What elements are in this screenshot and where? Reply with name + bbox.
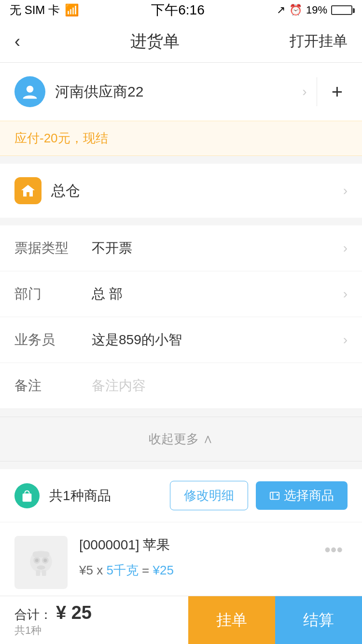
remark-value[interactable]: 备注内容 — [82, 377, 348, 395]
footer: 合计： ¥ 25 共1种 挂单 结算 — [0, 596, 362, 644]
page-title: 进货单 — [130, 30, 180, 53]
total-price: ¥25 — [153, 563, 173, 577]
checkout-button[interactable]: 结算 — [275, 596, 362, 644]
svg-marker-1 — [21, 185, 35, 196]
salesperson-row[interactable]: 业务员 这是859的小智 › — [0, 317, 362, 363]
product-icon — [14, 483, 40, 508]
svg-rect-15 — [42, 570, 46, 576]
add-supplier-button[interactable]: + — [327, 81, 348, 103]
vertical-divider — [317, 77, 317, 106]
open-hang-button[interactable]: 打开挂单 — [290, 31, 348, 51]
battery-icon — [331, 5, 352, 15]
footer-total: 合计： ¥ 25 共1种 — [0, 596, 188, 644]
collapse-text: 收起更多 ∧ — [149, 431, 213, 448]
carrier-label: 无 SIM 卡 — [10, 2, 60, 18]
remark-row[interactable]: 备注 备注内容 — [0, 363, 362, 409]
notice-bar: 应付-20元，现结 — [0, 121, 362, 156]
location-icon: ↗ — [277, 4, 285, 16]
supplier-avatar — [14, 76, 45, 107]
footer-total-row: 合计： ¥ 25 — [14, 602, 174, 623]
nav-bar: ‹ 进货单 打开挂单 — [0, 20, 362, 63]
product-code: [0000001] — [79, 537, 143, 552]
svg-point-12 — [37, 565, 45, 570]
select-product-button[interactable]: 选择商品 — [256, 481, 348, 510]
edit-detail-button[interactable]: 修改明细 — [170, 481, 248, 510]
warehouse-chevron-icon: › — [343, 183, 348, 198]
supplier-name: 河南供应商22 — [55, 82, 302, 102]
select-product-label: 选择商品 — [284, 487, 334, 504]
wifi-icon: 📶 — [65, 3, 79, 17]
notice-text: 应付-20元，现结 — [14, 131, 108, 145]
product-title: 苹果 — [143, 537, 170, 552]
department-chevron-icon: › — [343, 286, 348, 302]
product-section: 共1种商品 修改明细 选择商品 — [0, 469, 362, 602]
svg-rect-3 — [270, 492, 279, 499]
product-info: [0000001] 苹果 ¥5 x 5千克 = ¥25 — [79, 536, 320, 579]
supplier-row[interactable]: 河南供应商22 › + — [0, 63, 362, 121]
department-row[interactable]: 部门 总 部 › — [0, 271, 362, 317]
svg-rect-14 — [36, 570, 41, 576]
total-amount: ¥ 25 — [56, 602, 92, 623]
warehouse-name: 总仓 — [51, 181, 343, 201]
status-left: 无 SIM 卡 📶 — [10, 2, 79, 18]
status-right: ↗ ⏰ 19% — [277, 4, 352, 16]
hang-label: 挂单 — [216, 610, 247, 631]
salesperson-label: 业务员 — [14, 331, 82, 349]
svg-point-10 — [35, 559, 39, 562]
product-name: [0000001] 苹果 — [79, 536, 320, 554]
alarm-icon: ⏰ — [289, 4, 302, 16]
form-section: 票据类型 不开票 › 部门 总 部 › 业务员 这是859的小智 › 备注 备注… — [0, 225, 362, 409]
battery-percent: 19% — [306, 4, 327, 16]
warehouse-icon — [14, 177, 42, 204]
collapse-row[interactable]: 收起更多 ∧ — [0, 417, 362, 462]
invoice-type-value: 不开票 — [82, 239, 343, 257]
checkout-label: 结算 — [303, 610, 334, 631]
total-label: 合计： — [14, 606, 52, 623]
svg-rect-13 — [33, 551, 50, 557]
product-item: [0000001] 苹果 ¥5 x 5千克 = ¥25 ••• — [0, 522, 362, 602]
product-header: 共1种商品 修改明细 选择商品 — [0, 469, 362, 522]
svg-rect-2 — [23, 493, 32, 502]
product-price-info: ¥5 x 5千克 = ¥25 — [79, 562, 320, 579]
svg-point-0 — [27, 85, 33, 92]
supplier-chevron-icon: › — [302, 84, 306, 99]
product-count: 共1种商品 — [49, 487, 170, 505]
warehouse-section: 总仓 › — [0, 164, 362, 218]
hang-button[interactable]: 挂单 — [188, 596, 275, 644]
more-options-button[interactable]: ••• — [320, 540, 348, 560]
back-button[interactable]: ‹ — [14, 31, 20, 52]
invoice-type-row[interactable]: 票据类型 不开票 › — [0, 225, 362, 271]
salesperson-value: 这是859的小智 — [82, 331, 343, 349]
invoice-type-label: 票据类型 — [14, 239, 82, 257]
supplier-section: 河南供应商22 › + 应付-20元，现结 — [0, 63, 362, 156]
remark-label: 备注 — [14, 377, 82, 395]
department-value: 总 部 — [82, 285, 343, 303]
warehouse-row[interactable]: 总仓 › — [0, 164, 362, 218]
unit-price: ¥5 x — [79, 563, 106, 577]
status-bar: 无 SIM 卡 📶 下午6:16 ↗ ⏰ 19% — [0, 0, 362, 20]
item-count-label: 共1种 — [14, 623, 174, 638]
invoice-type-chevron-icon: › — [343, 240, 348, 256]
product-thumbnail — [14, 536, 68, 589]
quantity: 5千克 — [106, 563, 138, 577]
status-time: 下午6:16 — [151, 1, 205, 19]
department-label: 部门 — [14, 285, 82, 303]
svg-point-11 — [43, 559, 47, 562]
equals: = — [139, 563, 153, 577]
salesperson-chevron-icon: › — [343, 332, 348, 348]
